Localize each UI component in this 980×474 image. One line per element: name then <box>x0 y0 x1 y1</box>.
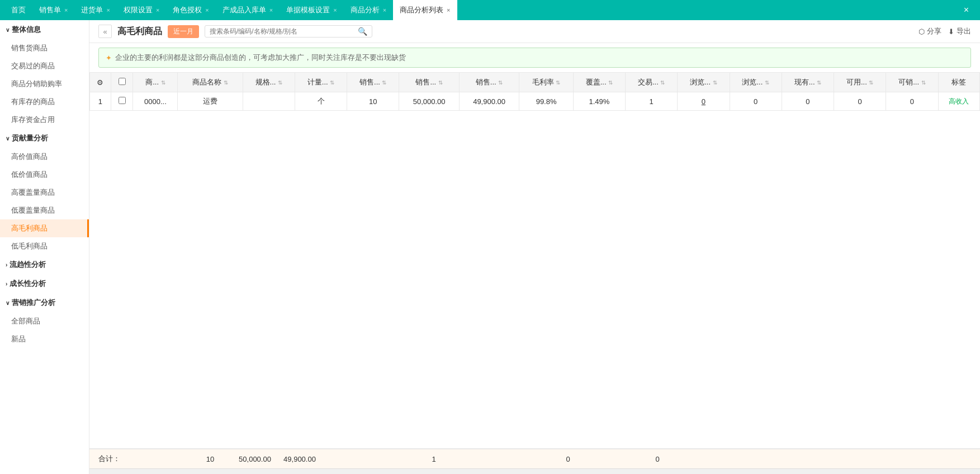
row-transactions: 1 <box>626 92 678 111</box>
table-header-可用...[interactable]: 可用... ⇅ <box>834 73 886 92</box>
footer-empty3 <box>456 455 501 463</box>
table-header-商...[interactable]: 商... ⇅ <box>133 73 178 92</box>
sidebar-section-成长性分析[interactable]: ›成长性分析 <box>0 274 89 293</box>
search-input[interactable] <box>210 27 358 35</box>
nav-close-icon[interactable]: × <box>205 7 209 13</box>
sidebar-item-商品分销助购率[interactable]: 商品分销助购率 <box>0 75 89 93</box>
section-arrow-icon: › <box>6 262 7 268</box>
nav-close-icon[interactable]: × <box>383 7 386 13</box>
row-gross-rate: 99.8% <box>519 92 574 111</box>
select-all-checkbox[interactable] <box>119 78 126 85</box>
sidebar-item-新品[interactable]: 新品 <box>0 330 89 348</box>
share-button[interactable]: ⬡ 分享 <box>919 26 941 36</box>
row-index: 1 <box>90 92 111 111</box>
nav-item-销售单[interactable]: 销售单× <box>32 0 74 20</box>
sidebar-item-高价值商品[interactable]: 高价值商品 <box>0 148 89 166</box>
row-coverage: 1.49% <box>573 92 625 111</box>
row-unit: 个 <box>295 92 347 111</box>
nav-close-icon[interactable]: × <box>156 7 159 13</box>
window-close-button[interactable]: × <box>957 5 976 15</box>
footer-empty4 <box>501 455 546 463</box>
search-icon: 🔍 <box>358 27 367 36</box>
nav-close-icon[interactable]: × <box>269 7 273 13</box>
sidebar-item-高覆盖量商品[interactable]: 高覆盖量商品 <box>0 184 89 201</box>
nav-close-icon[interactable]: × <box>333 7 337 13</box>
top-navigation: 首页销售单×进货单×权限设置×角色授权×产成品入库单×单据模板设置×商品分析×商… <box>0 0 980 20</box>
sidebar-item-低价值商品[interactable]: 低价值商品 <box>0 166 89 184</box>
page-title: 高毛利商品 <box>117 26 162 37</box>
share-icon: ⬡ <box>919 27 925 36</box>
row-name: 运费 <box>178 92 243 111</box>
table-header-毛利率[interactable]: 毛利率 ⇅ <box>519 73 574 92</box>
row-saleable: 0 <box>886 92 938 111</box>
footer-label: 合计： <box>98 454 143 464</box>
sidebar-item-高毛利商品[interactable]: 高毛利商品 <box>0 219 89 237</box>
nav-close-icon[interactable]: × <box>447 7 450 13</box>
nav-item-权限设置[interactable]: 权限设置× <box>117 0 166 20</box>
table-header-交易...[interactable]: 交易... ⇅ <box>626 73 678 92</box>
row-current: 0 <box>782 92 834 111</box>
nav-item-首页[interactable]: 首页 <box>4 0 32 20</box>
row-checkbox[interactable] <box>111 92 132 111</box>
sidebar-item-全部商品[interactable]: 全部商品 <box>0 312 89 330</box>
table-header-可销...[interactable]: 可销... ⇅ <box>886 73 938 92</box>
table-header-计量...[interactable]: 计量... ⇅ <box>295 73 347 92</box>
row-code: 0000... <box>133 92 178 111</box>
row-select-checkbox[interactable] <box>119 97 126 104</box>
footer-empty5 <box>590 455 635 463</box>
table-header-销售...[interactable]: 销售... ⇅ <box>347 73 399 92</box>
star-icon: ✦ <box>106 54 112 62</box>
table-header- <box>111 73 132 92</box>
table-header-覆盖...[interactable]: 覆盖... ⇅ <box>573 73 625 92</box>
sidebar-item-交易过的商品[interactable]: 交易过的商品 <box>0 57 89 75</box>
footer-transactions: 1 <box>411 455 456 463</box>
sidebar-section-流趋性分析[interactable]: ›流趋性分析 <box>0 255 89 274</box>
content-area: « 高毛利商品 近一月 🔍 ⬡ 分享 ⬇ 导出 ✦ 企业的主要 <box>89 20 980 474</box>
sidebar-section-贡献量分析[interactable]: ∨贡献量分析 <box>0 129 89 148</box>
footer-current: 0 <box>546 455 590 463</box>
nav-item-商品分析列表[interactable]: 商品分析列表× <box>393 0 457 20</box>
table-header-浏览...[interactable]: 浏览... ⇅ <box>678 73 730 92</box>
section-label: 流趋性分析 <box>10 260 46 270</box>
sidebar-item-低覆盖量商品[interactable]: 低覆盖量商品 <box>0 201 89 219</box>
section-label: 营销推广分析 <box>12 298 55 308</box>
footer-sales-qty <box>143 455 188 463</box>
sidebar-section-整体信息[interactable]: ∨整体信息 <box>0 20 89 39</box>
section-arrow-icon: › <box>6 281 7 287</box>
header-actions: ⬡ 分享 ⬇ 导出 <box>919 26 971 36</box>
section-arrow-icon: ∨ <box>6 135 10 142</box>
horizontal-scrollbar[interactable] <box>89 468 980 474</box>
sidebar-item-销售货商品[interactable]: 销售货商品 <box>0 39 89 57</box>
nav-item-产成品入库单[interactable]: 产成品入库单× <box>216 0 280 20</box>
table-header-商品名称[interactable]: 商品名称 ⇅ <box>178 73 243 92</box>
sidebar-item-有库存的商品[interactable]: 有库存的商品 <box>0 93 89 111</box>
row-views1[interactable]: 0 <box>678 92 730 111</box>
export-button[interactable]: ⬇ 导出 <box>948 26 971 36</box>
filter-period-button[interactable]: 近一月 <box>168 25 199 38</box>
table-footer: 合计： 10 50,000.00 49,900.00 1 0 0 <box>89 448 980 468</box>
footer-sales-amt: 50,000.00 <box>233 455 277 463</box>
sidebar-section-营销推广分析[interactable]: ∨营销推广分析 <box>0 293 89 312</box>
nav-item-单据模板设置[interactable]: 单据模板设置× <box>280 0 343 20</box>
row-tag: 高收入 <box>938 92 980 111</box>
nav-close-icon[interactable]: × <box>64 7 68 13</box>
table-header-销售...[interactable]: 销售... ⇅ <box>399 73 459 92</box>
collapse-sidebar-button[interactable]: « <box>98 25 112 38</box>
nav-item-进货单[interactable]: 进货单× <box>74 0 116 20</box>
table-header-浏览...[interactable]: 浏览... ⇅ <box>730 73 782 92</box>
data-table: ⚙商... ⇅商品名称 ⇅规格... ⇅计量... ⇅销售... ⇅销售... … <box>89 72 980 111</box>
export-icon: ⬇ <box>948 27 954 36</box>
table-header-销售...[interactable]: 销售... ⇅ <box>459 73 519 92</box>
nav-close-icon[interactable]: × <box>106 7 110 13</box>
sidebar-item-低毛利商品[interactable]: 低毛利商品 <box>0 237 89 255</box>
search-box: 🔍 <box>205 25 372 37</box>
nav-item-角色授权[interactable]: 角色授权× <box>166 0 215 20</box>
sidebar: ∨整体信息销售货商品交易过的商品商品分销助购率有库存的商品库存资金占用∨贡献量分… <box>0 20 89 474</box>
row-sales-amt: 50,000.00 <box>399 92 459 111</box>
content-header: « 高毛利商品 近一月 🔍 ⬡ 分享 ⬇ 导出 <box>89 20 980 43</box>
table-header-现有...[interactable]: 现有... ⇅ <box>782 73 834 92</box>
nav-item-商品分析[interactable]: 商品分析× <box>344 0 393 20</box>
sidebar-item-库存资金占用[interactable]: 库存资金占用 <box>0 111 89 129</box>
section-arrow-icon: ∨ <box>6 27 10 33</box>
table-header-规格...[interactable]: 规格... ⇅ <box>243 73 295 92</box>
